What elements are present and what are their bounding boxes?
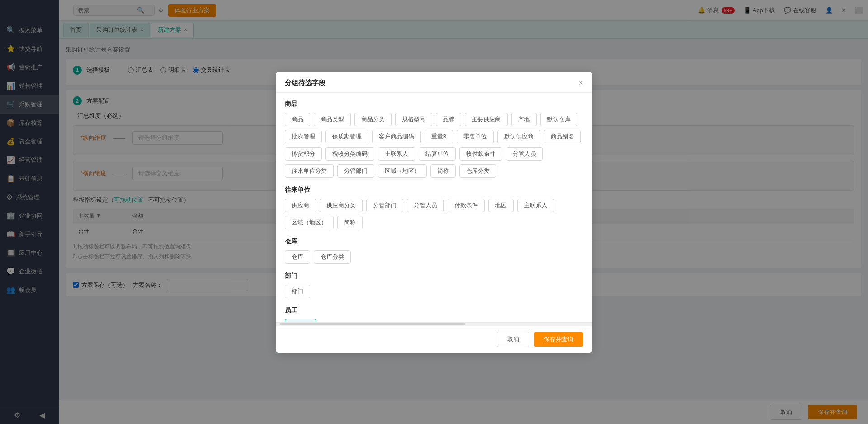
- modal-hscroll-thumb: [280, 323, 465, 325]
- tag-default-warehouse[interactable]: 默认仓库: [540, 113, 577, 126]
- product-tags: 商品 商品类型 商品分类 规格型号 品牌 主要供应商 产地 默认仓库 批次管理 …: [285, 113, 583, 178]
- tag-person-partner[interactable]: 分管人员: [407, 199, 444, 212]
- modal-body: 商品 商品 商品类型 商品分类 规格型号 品牌 主要供应商 产地 默认仓库 批次…: [276, 93, 592, 322]
- tag-tax-code[interactable]: 税收分类编码: [326, 147, 374, 161]
- tag-area-partner[interactable]: 区域（地区）: [285, 216, 334, 229]
- modal-confirm-btn[interactable]: 保存并查询: [534, 332, 583, 347]
- tag-main-contact-partner[interactable]: 主联系人: [517, 199, 554, 212]
- tag-abbr-partner[interactable]: 简称: [337, 216, 363, 229]
- field-group-employee: 员工 业务员: [285, 306, 583, 322]
- field-group-product: 商品 商品 商品类型 商品分类 规格型号 品牌 主要供应商 产地 默认仓库 批次…: [285, 100, 583, 178]
- group-title-warehouse: 仓库: [285, 238, 583, 246]
- tag-main-contact[interactable]: 主联系人: [378, 147, 415, 161]
- tag-salesperson[interactable]: 业务员: [285, 319, 316, 322]
- modal-footer: 取消 保存并查询: [276, 326, 592, 353]
- tag-warehouse[interactable]: 仓库: [285, 250, 310, 264]
- tag-product-alias[interactable]: 商品别名: [544, 130, 581, 143]
- group-title-employee: 员工: [285, 306, 583, 314]
- tag-origin[interactable]: 产地: [511, 113, 537, 126]
- tag-product[interactable]: 商品: [285, 113, 310, 126]
- tag-supplier[interactable]: 供应商: [285, 199, 316, 212]
- modal-horizontal-scrollbar[interactable]: [276, 322, 592, 326]
- tag-default-supplier[interactable]: 默认供应商: [497, 130, 540, 143]
- tag-dept[interactable]: 部门: [285, 285, 310, 298]
- tag-pick-points[interactable]: 拣货积分: [285, 147, 322, 161]
- tag-payment-condition[interactable]: 付款条件: [448, 199, 485, 212]
- tag-spec-model[interactable]: 规格型号: [395, 113, 432, 126]
- tag-warehouse-category[interactable]: 仓库分类: [459, 164, 496, 178]
- tag-settlement-unit[interactable]: 结算单位: [419, 147, 456, 161]
- field-group-partner: 往来单位 供应商 供应商分类 分管部门 分管人员 付款条件 地区 主联系人 区域…: [285, 186, 583, 229]
- tag-managing-dept[interactable]: 分管部门: [337, 164, 374, 178]
- modal-close-btn[interactable]: ×: [578, 78, 583, 88]
- tag-main-supplier[interactable]: 主要供应商: [465, 113, 508, 126]
- tag-payment-terms[interactable]: 收付款条件: [459, 147, 502, 161]
- modal-cancel-btn[interactable]: 取消: [497, 332, 529, 347]
- tag-abbr-product[interactable]: 简称: [430, 164, 456, 178]
- tag-warehouse-cat[interactable]: 仓库分类: [314, 250, 351, 264]
- tag-region-product[interactable]: 区域（地区）: [378, 164, 427, 178]
- tag-shelf-life[interactable]: 保质期管理: [326, 130, 368, 143]
- tag-region-partner[interactable]: 地区: [488, 199, 514, 212]
- tag-customer-code[interactable]: 客户商品编码: [372, 130, 421, 143]
- tag-dept-partner[interactable]: 分管部门: [366, 199, 403, 212]
- tag-supplier-category[interactable]: 供应商分类: [320, 199, 363, 212]
- tag-product-category[interactable]: 商品分类: [354, 113, 392, 126]
- tag-batch-mgmt[interactable]: 批次管理: [285, 130, 322, 143]
- tag-brand[interactable]: 品牌: [436, 113, 461, 126]
- employee-tags: 业务员: [285, 319, 583, 322]
- modal-overlay: 分组待选字段 × 商品 商品 商品类型 商品分类 规格型号 品牌 主要供应商 产…: [0, 0, 868, 424]
- group-title-product: 商品: [285, 100, 583, 108]
- tag-retail-unit[interactable]: 零售单位: [457, 130, 494, 143]
- tag-product-type[interactable]: 商品类型: [314, 113, 351, 126]
- modal-header: 分组待选字段 ×: [276, 72, 592, 93]
- group-title-partner: 往来单位: [285, 186, 583, 194]
- group-title-dept: 部门: [285, 272, 583, 280]
- field-group-dept: 部门 部门: [285, 272, 583, 298]
- field-group-warehouse: 仓库 仓库 仓库分类: [285, 238, 583, 264]
- tag-supervisor[interactable]: 分管人员: [506, 147, 543, 161]
- modal-title: 分组待选字段: [285, 79, 326, 87]
- tag-partner-category[interactable]: 往来单位分类: [285, 164, 334, 178]
- field-select-modal: 分组待选字段 × 商品 商品 商品类型 商品分类 规格型号 品牌 主要供应商 产…: [276, 72, 592, 353]
- dept-tags: 部门: [285, 285, 583, 298]
- warehouse-tags: 仓库 仓库分类: [285, 250, 583, 264]
- tag-weight3[interactable]: 重量3: [425, 130, 453, 143]
- partner-tags: 供应商 供应商分类 分管部门 分管人员 付款条件 地区 主联系人 区域（地区） …: [285, 199, 583, 229]
